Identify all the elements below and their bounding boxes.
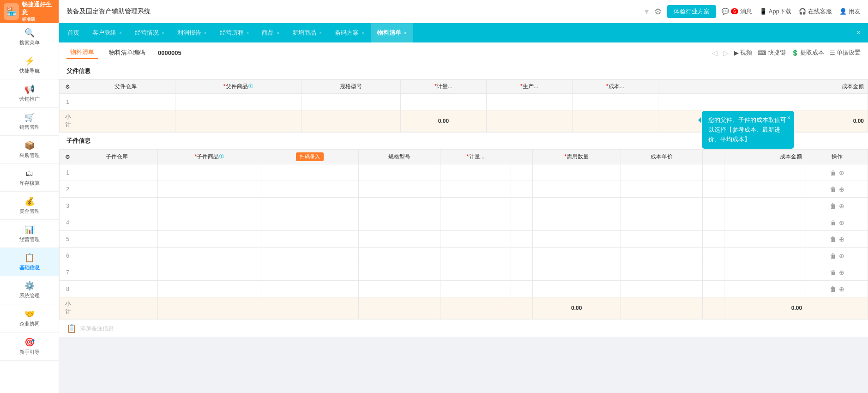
child-unit-cell[interactable]	[440, 248, 511, 264]
parent-unit-cell[interactable]	[401, 94, 487, 110]
tab-close-icon[interactable]: ×	[362, 30, 364, 36]
child-spec-cell[interactable]	[358, 231, 440, 248]
tab-goods[interactable]: 商品 ×	[255, 23, 286, 42]
tab-close-icon[interactable]: ×	[204, 30, 207, 36]
parent-warehouse-cell[interactable]	[76, 94, 175, 110]
tab-area-close-icon[interactable]: ×	[851, 23, 866, 42]
sub-tab-bom-list[interactable]: 物料清单	[66, 46, 98, 59]
sidebar-item-search[interactable]: 🔍 搜索菜单	[0, 23, 59, 51]
view-action[interactable]: ▶ 视频	[734, 48, 752, 57]
tab-new-goods[interactable]: 新增商品 ×	[286, 23, 328, 42]
child-warehouse-cell[interactable]	[76, 264, 158, 281]
doc-settings-action[interactable]: ☰ 单据设置	[830, 48, 861, 57]
online-service-item[interactable]: 🎧 在线客服	[799, 7, 832, 16]
settings-gear-icon[interactable]: ⚙	[654, 6, 662, 17]
child-unit-cost-cell[interactable]	[621, 214, 702, 231]
sidebar-item-basic-info[interactable]: 📋 基础信息	[0, 248, 59, 276]
parent-goods-cell[interactable]	[175, 94, 301, 110]
child-goods-cell[interactable]	[158, 181, 261, 198]
sidebar-item-system[interactable]: ⚙️ 系统管理	[0, 276, 59, 304]
copy-icon[interactable]: ⊕	[839, 285, 844, 293]
col-settings-child[interactable]: ⚙	[60, 150, 76, 164]
sidebar-item-inventory[interactable]: 🗂 库存核算	[0, 164, 59, 192]
child-unit-cell[interactable]	[440, 198, 511, 214]
col-settings-parent[interactable]: ⚙	[60, 80, 76, 94]
trial-btn[interactable]: 体验行业方案	[667, 5, 716, 18]
copy-icon[interactable]: ⊕	[839, 236, 844, 243]
copy-icon[interactable]: ⊕	[839, 202, 844, 210]
child-goods-cell[interactable]	[158, 264, 261, 281]
tab-operations-status[interactable]: 经营情况 ×	[128, 23, 171, 42]
child-spec-cell[interactable]	[358, 248, 440, 264]
child-goods-cell[interactable]	[158, 248, 261, 264]
child-qty-cell[interactable]	[532, 164, 621, 181]
tab-home[interactable]: 首页	[61, 23, 86, 42]
app-download-item[interactable]: 📱 App下载	[760, 7, 791, 16]
parent-production-cell[interactable]	[486, 94, 572, 110]
dropdown-arrow-icon[interactable]: ▾	[645, 6, 649, 17]
delete-icon[interactable]: 🗑	[830, 285, 836, 293]
child-qty-cell[interactable]	[532, 231, 621, 248]
child-qty-cell[interactable]	[532, 214, 621, 231]
tab-barcode[interactable]: 条码方案 ×	[328, 23, 371, 42]
child-warehouse-cell[interactable]	[76, 181, 158, 198]
delete-icon[interactable]: 🗑	[830, 236, 836, 243]
tooltip-close-icon[interactable]: ×	[787, 114, 790, 122]
child-unit-cell[interactable]	[440, 281, 511, 297]
child-spec-cell[interactable]	[358, 198, 440, 214]
child-qty-cell[interactable]	[532, 281, 621, 297]
tab-customer[interactable]: 客户联络 ×	[86, 23, 128, 42]
tab-close-icon[interactable]: ×	[277, 30, 279, 36]
sidebar-item-sales[interactable]: 🛒 销售管理	[0, 108, 59, 136]
child-unit-cost-cell[interactable]	[621, 264, 702, 281]
child-unit-cell[interactable]	[440, 231, 511, 248]
child-qty-cell[interactable]	[532, 198, 621, 214]
tab-close-icon[interactable]: ×	[119, 30, 122, 36]
tab-profit-report[interactable]: 利润报告 ×	[171, 23, 213, 42]
child-unit-cell[interactable]	[440, 264, 511, 281]
child-unit-cost-cell[interactable]	[621, 181, 702, 198]
parent-spec-cell[interactable]	[301, 94, 400, 110]
child-unit-cost-cell[interactable]	[621, 231, 702, 248]
delete-icon[interactable]: 🗑	[830, 252, 836, 260]
delete-icon[interactable]: 🗑	[830, 202, 836, 210]
copy-icon[interactable]: ⊕	[839, 269, 844, 276]
sidebar-item-marketing[interactable]: 📢 营销推广	[0, 79, 59, 108]
sidebar-item-purchase[interactable]: 📦 采购管理	[0, 136, 59, 164]
child-qty-cell[interactable]	[532, 181, 621, 198]
child-goods-cell[interactable]	[158, 214, 261, 231]
copy-icon[interactable]: ⊕	[839, 219, 844, 226]
child-warehouse-cell[interactable]	[76, 248, 158, 264]
prev-arrow-icon[interactable]: ◁	[712, 48, 717, 57]
tab-close-icon[interactable]: ×	[162, 30, 164, 36]
tab-bom[interactable]: 物料清单 ×	[371, 23, 413, 42]
child-qty-cell[interactable]	[532, 248, 621, 264]
cost-action[interactable]: 💲 提取成本	[791, 48, 824, 57]
sidebar-item-operations[interactable]: 📊 经营管理	[0, 220, 59, 248]
tab-close-icon[interactable]: ×	[404, 30, 407, 36]
child-unit-cost-cell[interactable]	[621, 198, 702, 214]
scan-input-btn[interactable]: 扫码录入	[296, 152, 324, 161]
delete-icon[interactable]: 🗑	[830, 169, 836, 176]
tab-close-icon[interactable]: ×	[247, 30, 249, 36]
message-item[interactable]: 💬 6 消息	[722, 7, 752, 16]
sidebar-item-quick-nav[interactable]: ⚡ 快捷导航	[0, 51, 59, 79]
child-unit-cell[interactable]	[440, 214, 511, 231]
child-warehouse-cell[interactable]	[76, 281, 158, 297]
child-warehouse-cell[interactable]	[76, 214, 158, 231]
tab-close-icon[interactable]: ×	[319, 30, 322, 36]
child-spec-cell[interactable]	[358, 264, 440, 281]
child-warehouse-cell[interactable]	[76, 198, 158, 214]
delete-icon[interactable]: 🗑	[830, 219, 836, 226]
sidebar-item-finance[interactable]: 💰 资金管理	[0, 192, 59, 220]
parent-cost-cell[interactable]	[572, 94, 658, 110]
child-goods-cell[interactable]	[158, 198, 261, 214]
child-spec-cell[interactable]	[358, 214, 440, 231]
sidebar-item-guide[interactable]: 🎯 新手引导	[0, 333, 59, 361]
child-qty-cell[interactable]	[532, 264, 621, 281]
child-warehouse-cell[interactable]	[76, 231, 158, 248]
next-arrow-icon[interactable]: ▷	[723, 48, 729, 57]
delete-icon[interactable]: 🗑	[830, 186, 836, 193]
child-unit-cost-cell[interactable]	[621, 164, 702, 181]
user-item[interactable]: 👤 用友	[839, 7, 861, 16]
